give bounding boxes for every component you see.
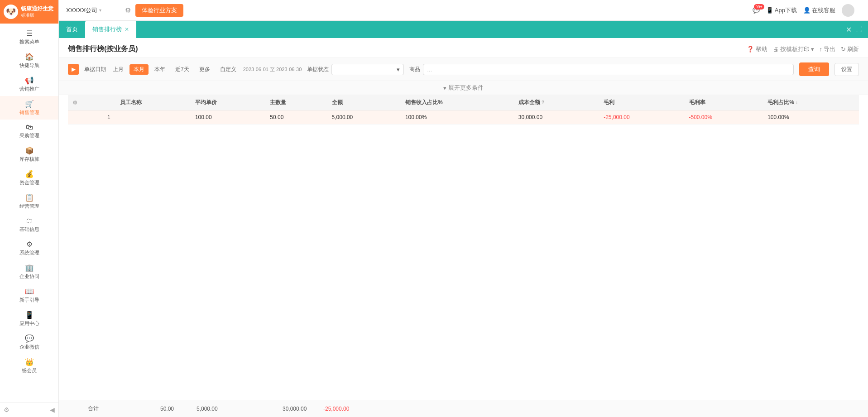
sort-icon[interactable]: ↕ [796,100,798,105]
app-center-icon: 📱 [25,311,34,319]
goods-input[interactable]: ... [423,64,794,75]
setting-button[interactable]: 设置 [834,63,859,76]
topbar: XXXXX公司 ▾ ⚙ 体验行业方案 💬 99+ 📱 App下载 👤 在线客服 [59,0,868,21]
help-icon: ❓ [747,46,754,53]
status-filter-label: 单据状态 [307,66,329,73]
date-btn-custom[interactable]: 自定义 [216,64,240,75]
status-select[interactable]: ▾ [331,64,404,75]
tab-sales-ranking-label: 销售排行榜 [92,25,122,34]
sidebar-item-operations[interactable]: 📋 经营管理 [0,190,58,213]
cell-sales-pct: 100.00% [401,110,514,125]
sidebar-item-inventory[interactable]: 📦 库存核算 [0,143,58,166]
date-btn-this-year[interactable]: 本年 [150,64,169,75]
sidebar-item-marketing[interactable]: 📢 营销推广 [0,72,58,96]
company-selector[interactable]: XXXXX公司 ▾ [66,6,120,14]
sidebar-item-quick-nav[interactable]: 🏠 快捷导航 [0,49,58,72]
sidebar-item-sales[interactable]: 🛒 销售管理 [0,96,58,120]
basic-info-icon: 🗂 [26,217,33,225]
tab-close-all-icon[interactable]: ✕ [846,25,852,34]
expand-row: ▾ 展开更多条件 [59,81,868,95]
system-icon: ⚙ [26,240,33,249]
sidebar-bottom: ⚙ ◀ [0,402,58,417]
footer-amount: 5,000.00 [197,406,237,412]
date-filter-label: 单据日期 [84,66,106,73]
expand-arrow-icon: ▾ [443,85,446,91]
message-btn[interactable]: 💬 99+ [753,7,760,14]
filter-toggle-btn[interactable]: ▶ [68,64,79,75]
col-gross-pct: 毛利占比% ↕ [763,95,859,110]
sidebar-item-basic-info[interactable]: 🗂 基础信息 [0,213,58,236]
online-service-btn[interactable]: 👤 在线客服 [803,6,835,14]
status-filter: 单据状态 ▾ [307,64,404,75]
cell-cost: 30,000.00 [514,110,599,125]
date-btn-this-month[interactable]: 本月 [129,64,149,75]
template-print-btn[interactable]: 🖨 按模板打印 ▾ [773,45,814,53]
company-name: XXXXX公司 [66,6,97,14]
sidebar-item-member[interactable]: 👑 畅会员 [0,354,58,378]
col-sales-pct: 销售收入占比% [401,95,514,110]
sidebar-item-enterprise[interactable]: 🏢 企业协同 [0,260,58,283]
page-title: 销售排行榜(按业务员) [68,44,138,54]
col-gear[interactable]: ⚙ [68,95,102,110]
sidebar-item-guide[interactable]: 📖 新手引导 [0,283,58,307]
app-download-btn[interactable]: 📱 App下载 [766,6,797,14]
tab-home[interactable]: 首页 [59,21,85,38]
trial-button[interactable]: 体验行业方案 [135,4,183,17]
member-icon: 👑 [25,358,34,366]
refresh-icon: ↻ [841,46,846,53]
cell-amount: 5,000.00 [327,110,401,125]
expand-conditions-btn[interactable]: ▾ 展开更多条件 [443,84,484,92]
help-btn[interactable]: ❓ 帮助 [747,45,767,53]
content-area: 销售排行榜(按业务员) ❓ 帮助 🖨 按模板打印 ▾ ↑ 导出 [59,38,868,417]
cell-gear [68,110,102,125]
date-btn-more[interactable]: 更多 [195,64,214,75]
page-container: 销售排行榜(按业务员) ❓ 帮助 🖨 按模板打印 ▾ ↑ 导出 [59,38,868,417]
refresh-btn[interactable]: ↻ 刷新 [841,45,859,53]
date-btn-7days[interactable]: 近7天 [171,64,193,75]
date-btn-last-month[interactable]: 上月 [109,64,128,75]
sidebar-collapse-icon[interactable]: ◀ [50,406,55,413]
service-icon: 👤 [803,7,810,14]
goods-placeholder: ... [427,66,432,73]
search-order-icon: ☰ [26,29,33,38]
tab-expand-icon[interactable]: ⛶ [855,25,863,34]
export-icon: ↑ [820,46,823,53]
cost-help-icon[interactable]: ? [542,100,544,105]
sidebar-item-search-order[interactable]: ☰ 搜索菜单 [0,25,58,49]
wechat-icon: 💬 [25,334,34,343]
cell-avg-price: 100.00 [191,110,265,125]
topbar-gear-icon[interactable]: ⚙ [125,6,131,14]
col-name: 员工名称 [115,95,190,110]
main-area: XXXXX公司 ▾ ⚙ 体验行业方案 💬 99+ 📱 App下载 👤 在线客服 [59,0,868,417]
col-amount: 全额 [327,95,401,110]
page-header: 销售排行榜(按业务员) ❓ 帮助 🖨 按模板打印 ▾ ↑ 导出 [59,38,868,58]
sidebar-item-wechat[interactable]: 💬 企业微信 [0,331,58,354]
cell-main-qty: 50.00 [265,110,327,125]
sidebar-settings-icon[interactable]: ⚙ [4,406,10,413]
avatar[interactable] [842,4,854,17]
finance-icon: 💰 [25,170,34,178]
goods-filter-label: 商品 [409,66,420,73]
data-table: ⚙ 员工名称 平均单价 主数量 全额 销售收入占比% 成本全额 ? 毛利 毛利率… [68,95,859,125]
date-filter: 单据日期 上月 本月 本年 近7天 更多 自定义 2023-06-01 至 20… [84,64,302,75]
status-select-value [336,66,384,73]
sidebar-item-finance[interactable]: 💰 资金管理 [0,166,58,190]
tab-sales-ranking[interactable]: 销售排行榜 ✕ [85,21,136,38]
company-dropdown-arrow: ▾ [99,8,101,13]
cell-gross-pct: 100.00% [763,110,859,125]
tab-close-icon[interactable]: ✕ [125,26,129,33]
export-btn[interactable]: ↑ 导出 [820,45,836,53]
online-service-label: 在线客服 [812,6,835,14]
sidebar-item-purchase[interactable]: 🛍 采购管理 [0,120,58,143]
tab-home-label: 首页 [66,25,78,34]
operations-icon: 📋 [25,193,34,202]
expand-label: 展开更多条件 [448,84,484,92]
date-buttons: 上月 本月 本年 近7天 更多 自定义 [109,64,240,75]
query-button[interactable]: 查询 [799,62,829,76]
date-range-display: 2023-06-01 至 2023-06-30 [243,66,302,73]
app-download-label: App下载 [775,6,797,14]
sidebar-item-system[interactable]: ⚙ 系统管理 [0,236,58,260]
table-row: 1 100.00 50.00 5,000.00 100.00% 30,000.0… [68,110,859,125]
footer-cost: 30,000.00 [283,406,323,412]
sidebar-item-app-center[interactable]: 📱 应用中心 [0,307,58,331]
